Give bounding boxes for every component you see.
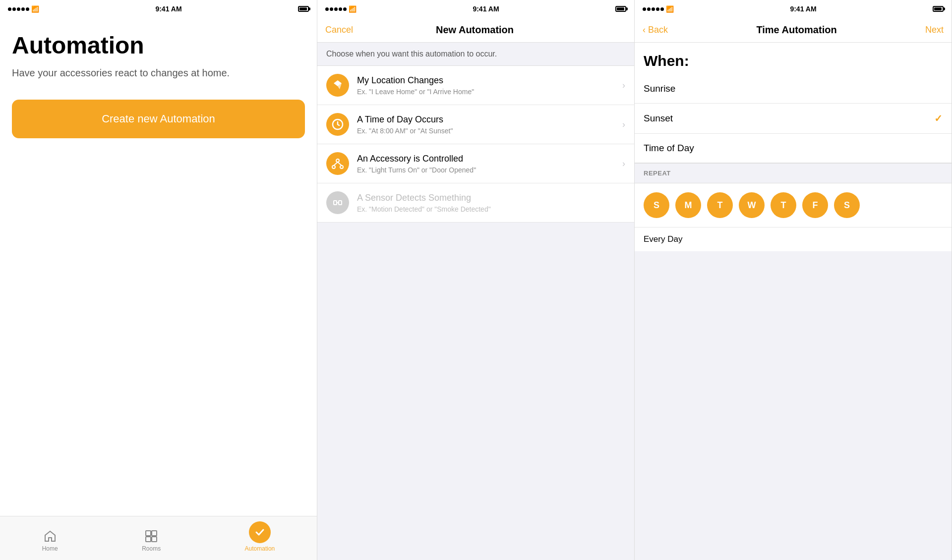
location-text: My Location Changes Ex. "I Leave Home" o… [357,75,622,96]
when-option-sunset[interactable]: Sunset ✓ [635,104,952,134]
status-bar-1: 📶 9:41 AM [0,0,317,18]
every-day-label: Every Day [635,227,952,251]
dot5 [26,7,29,11]
when-section: When: [635,43,952,74]
screen3-navbar: ‹ Back Time Automation Next [635,18,952,43]
svg-point-6 [332,166,335,168]
svg-line-9 [338,162,342,166]
clock-icon [326,113,349,136]
time-title: A Time of Day Occurs [357,114,622,125]
svg-point-7 [340,166,343,168]
tab-home[interactable]: Home [42,529,58,552]
chevron-accessory: › [622,159,625,169]
timeofday-label: Time of Day [644,143,943,154]
day-monday[interactable]: M [675,192,701,218]
back-button[interactable]: ‹ Back [643,25,668,35]
wifi-icon-3: 📶 [666,5,674,13]
tab-rooms[interactable]: Rooms [142,529,161,552]
list-item-sensor: A Sensor Detects Something Ex. "Motion D… [317,183,634,223]
signal-area-3: 📶 [643,5,674,13]
dot1 [8,7,11,11]
when-option-sunrise[interactable]: Sunrise [635,74,952,104]
status-right-2 [615,6,626,12]
sensor-title: A Sensor Detects Something [357,193,625,203]
signal-dots [8,7,29,11]
automation-subtitle: Have your accessories react to changes a… [12,66,305,80]
wifi-icon-2: 📶 [349,5,357,13]
screen1: 📶 9:41 AM Automation Have your accessori… [0,0,317,560]
next-button[interactable]: Next [925,25,944,35]
screen3-empty [635,251,952,560]
location-title: My Location Changes [357,75,622,86]
signal-dots-3 [643,7,664,11]
create-automation-button[interactable]: Create new Automation [12,100,305,138]
battery-fill-1 [299,7,307,10]
back-label: Back [648,25,668,35]
status-right-3 [933,6,944,12]
chevron-time: › [622,119,625,130]
battery-icon-1 [298,6,309,12]
time-display-3: 9:41 AM [790,5,816,13]
choose-when-header: Choose when you want this automation to … [317,43,634,66]
cancel-button[interactable]: Cancel [325,25,353,35]
tab-home-label: Home [42,545,58,552]
sensor-icon [326,191,349,214]
screen2-navbar: Cancel New Automation [317,18,634,43]
location-subtitle: Ex. "I Leave Home" or "I Arrive Home" [357,88,622,96]
svg-rect-3 [152,537,157,542]
back-chevron-icon: ‹ [643,25,646,35]
screen3: 📶 9:41 AM ‹ Back Time Automation Next Wh… [635,0,952,560]
sensor-subtitle: Ex. "Motion Detected" or "Smoke Detected… [357,205,625,213]
chevron-location: › [622,80,625,91]
day-friday[interactable]: F [802,192,828,218]
accessory-subtitle: Ex. "Light Turns On" or "Door Opened" [357,166,622,174]
rooms-icon [144,529,158,543]
when-option-timeofday[interactable]: Time of Day [635,134,952,163]
location-icon [326,74,349,97]
screen2: 📶 9:41 AM Cancel New Automation Choose w… [317,0,635,560]
screen1-content: Automation Have your accessories react t… [0,18,317,516]
list-item-time[interactable]: A Time of Day Occurs Ex. "At 8:00 AM" or… [317,105,634,144]
time-text: A Time of Day Occurs Ex. "At 8:00 AM" or… [357,114,622,135]
status-bar-3: 📶 9:41 AM [635,0,952,18]
tab-automation-label: Automation [245,545,275,552]
day-thursday[interactable]: T [771,192,796,218]
svg-line-8 [334,162,338,166]
day-sunday[interactable]: S [644,192,669,218]
dot4 [21,7,25,11]
checkmark-icon: ✓ [934,112,943,124]
battery-icon-2 [615,6,626,12]
automation-check-icon [253,526,266,539]
day-saturday[interactable]: S [834,192,860,218]
automation-active-circle [249,521,271,543]
wifi-icon: 📶 [31,5,39,13]
when-label: When: [644,53,943,69]
screen3-title: Time Automation [756,24,836,36]
signal-dots-2 [325,7,347,11]
svg-rect-11 [339,201,342,205]
time-display-2: 9:41 AM [473,5,499,13]
signal-area: 📶 [8,5,39,13]
sensor-text: A Sensor Detects Something Ex. "Motion D… [357,193,625,213]
automation-title: Automation [12,33,305,59]
day-tuesday[interactable]: T [707,192,733,218]
screen2-title: New Automation [436,24,514,36]
day-wednesday[interactable]: W [739,192,765,218]
svg-rect-0 [146,531,151,536]
time-display-1: 9:41 AM [155,5,181,13]
screen2-empty [317,223,634,560]
list-item-accessory[interactable]: An Accessory is Controlled Ex. "Light Tu… [317,144,634,183]
tab-rooms-label: Rooms [142,545,161,552]
sunset-label: Sunset [644,113,934,124]
accessory-icon [326,152,349,175]
tab-automation[interactable]: Automation [245,521,275,552]
svg-rect-2 [152,531,157,536]
list-item-location[interactable]: My Location Changes Ex. "I Leave Home" o… [317,66,634,105]
svg-rect-10 [334,201,337,205]
dot2 [12,7,16,11]
repeat-header: REPEAT [635,163,952,183]
signal-area-2: 📶 [325,5,357,13]
time-subtitle: Ex. "At 8:00 AM" or "At Sunset" [357,127,622,135]
battery-icon-3 [933,6,944,12]
status-bar-2: 📶 9:41 AM [317,0,634,18]
